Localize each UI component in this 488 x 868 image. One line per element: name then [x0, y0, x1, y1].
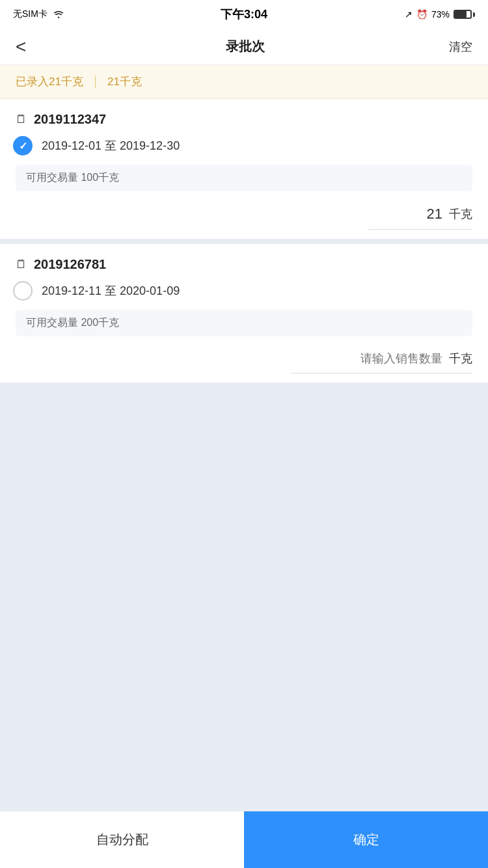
carrier-label: 无SIM卡 [13, 8, 47, 20]
radio-button-1[interactable]: ✓ [13, 136, 33, 156]
status-time: 下午3:04 [221, 7, 267, 22]
batch-amount-number-1: 21 [427, 206, 442, 223]
input-underline-2 [290, 373, 472, 373]
batch-avail-1: 可用交易量 100千克 [16, 165, 472, 191]
bottom-bar: 自动分配 确定 [0, 811, 488, 868]
alarm-icon: ⏰ [416, 9, 427, 20]
batch-id-2: 2019126781 [34, 257, 106, 272]
auto-distribute-button[interactable]: 自动分配 [0, 811, 244, 868]
batch-header-2: 🗒 2019126781 [0, 244, 488, 276]
back-button[interactable]: < [16, 36, 42, 57]
batch-icon-2: 🗒 [16, 258, 27, 271]
recorded-label: 已录入21千克 [16, 74, 83, 89]
batch-header-1: 🗒 2019112347 [0, 99, 488, 131]
nav-bar: < 录批次 清空 [0, 29, 488, 65]
section-divider [0, 239, 488, 244]
qty-input-2[interactable] [299, 352, 442, 366]
batch-card-2: 🗒 2019126781 2019-12-11 至 2020-01-09 可用交… [0, 244, 488, 383]
clear-button[interactable]: 清空 [449, 39, 472, 55]
batch-amount-row-1: 21 千克 [0, 198, 488, 229]
status-left: 无SIM卡 [13, 8, 64, 20]
batch-icon-1: 🗒 [16, 113, 27, 126]
batch-id-1: 2019112347 [34, 112, 106, 127]
batch-avail-2: 可用交易量 200千克 [16, 310, 472, 336]
main-content: 🗒 2019112347 ✓ 2019-12-01 至 2019-12-30 可… [0, 99, 488, 813]
batch-row-2: 2019-12-11 至 2020-01-09 [0, 276, 488, 307]
checkmark-1: ✓ [19, 140, 27, 152]
qty-unit-2: 千克 [449, 351, 472, 366]
batch-date-2: 2019-12-11 至 2020-01-09 [42, 283, 180, 299]
status-right: ↗ ⏰ 73% [405, 9, 475, 20]
bg-spacer [0, 383, 488, 813]
wifi-icon [53, 9, 64, 20]
batch-input-row-2: 千克 [0, 343, 488, 373]
status-bar: 无SIM卡 下午3:04 ↗ ⏰ 73% [0, 0, 488, 29]
recorded-value: 21千克 [107, 74, 142, 89]
amount-underline-1 [368, 229, 472, 230]
battery-icon [454, 10, 475, 19]
location-icon: ↗ [405, 9, 413, 20]
banner-divider [95, 75, 96, 88]
battery-label: 73% [431, 9, 450, 20]
confirm-button[interactable]: 确定 [244, 811, 488, 868]
batch-card-1: 🗒 2019112347 ✓ 2019-12-01 至 2019-12-30 可… [0, 99, 488, 239]
batch-row-1: ✓ 2019-12-01 至 2019-12-30 [0, 131, 488, 162]
page-title: 录批次 [226, 38, 265, 55]
batch-date-1: 2019-12-01 至 2019-12-30 [42, 138, 180, 154]
info-banner: 已录入21千克 21千克 [0, 65, 488, 99]
radio-button-2[interactable] [13, 281, 33, 301]
batch-amount-unit-1: 千克 [449, 206, 472, 222]
